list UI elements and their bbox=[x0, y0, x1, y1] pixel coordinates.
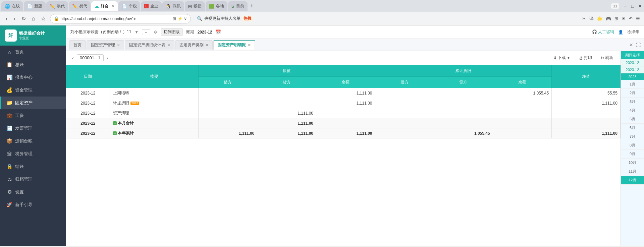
game-icon[interactable]: 🎮 bbox=[606, 16, 611, 21]
tab-close-fixed-category[interactable]: ✕ bbox=[206, 43, 208, 47]
sidebar-item-guide[interactable]: 🚀 新手引导 bbox=[0, 198, 66, 211]
cell-accum-balance: 1,055.45 bbox=[493, 88, 552, 98]
brightness-icon[interactable]: ☀ bbox=[622, 16, 626, 21]
address-bar[interactable]: 🔒 https://cloud.chanjet.com/accounting/u… bbox=[50, 14, 191, 23]
period-month-item[interactable]: 11月 bbox=[621, 167, 644, 176]
settings-small-icon[interactable]: ⚙ bbox=[154, 30, 157, 35]
period-month-item[interactable]: 5月 bbox=[621, 115, 644, 124]
reload-button[interactable]: ↻ bbox=[20, 15, 28, 22]
browser-tab-corp[interactable]: 🅲 企业 bbox=[141, 1, 162, 11]
sidebar-item-settings[interactable]: ⚙ 设置 bbox=[0, 186, 66, 198]
period-year[interactable]: 2023 bbox=[621, 73, 644, 80]
cell-orig-debit bbox=[198, 98, 257, 108]
cell-orig-credit bbox=[257, 88, 316, 98]
browser-tab-online[interactable]: 🌐 在线 bbox=[1, 1, 23, 11]
scissors-icon[interactable]: ✂ bbox=[582, 16, 586, 21]
cell-date: 2023-12 bbox=[66, 108, 110, 118]
sidebar-item-ledger[interactable]: 📋 总账 bbox=[0, 58, 66, 71]
browser-tab-haohui[interactable]: ☁ 好会 ✕ bbox=[91, 1, 118, 11]
tab-fixed-mgmt[interactable]: 固定资产管理 ✕ bbox=[87, 40, 124, 50]
browser-tab-muqian[interactable]: S 目前 bbox=[228, 1, 248, 11]
sidebar-item-salary[interactable]: 💼 工资 bbox=[0, 109, 66, 122]
cell-summary: 上期结转 bbox=[110, 88, 198, 98]
add-account-button[interactable]: + bbox=[142, 29, 150, 35]
download-button[interactable]: ⬇ 下载 ▼ bbox=[551, 54, 573, 62]
forward-button[interactable]: › bbox=[12, 15, 17, 22]
translate-icon[interactable]: 译 bbox=[589, 16, 594, 22]
period-month-item[interactable]: 9月 bbox=[621, 150, 644, 159]
cell-orig-debit: 1,111.00 bbox=[198, 128, 257, 138]
cell-date: 2023-12 bbox=[66, 98, 110, 108]
browser-tab-changjie[interactable]: M 畅捷 bbox=[185, 1, 205, 11]
prev-account-button[interactable]: ‹ bbox=[70, 55, 75, 61]
period-month-item[interactable]: 12月 bbox=[621, 176, 644, 185]
refresh-button[interactable]: ↻ 刷新 bbox=[598, 54, 616, 62]
tab-icon-online: 🌐 bbox=[5, 4, 10, 9]
tab-close-all-icon[interactable]: ✕ bbox=[629, 42, 633, 48]
hot-search-icon[interactable]: 热搜 bbox=[243, 16, 253, 21]
fund-nav-icon: 💰 bbox=[6, 87, 12, 93]
dropdown-arrow-icon[interactable]: ▼ bbox=[135, 30, 139, 35]
browser-tab-indiv[interactable]: 📄 个税 bbox=[118, 1, 140, 11]
sidebar-label-fixed: 固定资产 bbox=[15, 100, 33, 106]
sidebar-item-inventory[interactable]: 📦 进销台账 bbox=[0, 135, 66, 147]
tab-label-haohui: 好会 bbox=[101, 3, 109, 9]
sidebar-label-invoice: 发票管理 bbox=[15, 125, 33, 131]
bookmark-button[interactable]: ☆ bbox=[39, 15, 47, 22]
new-tab-button[interactable]: + bbox=[248, 3, 256, 10]
cell-orig-credit: 1,111.00 bbox=[257, 118, 316, 128]
tab-fixed-category[interactable]: 固定资产类别 ✕ bbox=[175, 40, 213, 50]
search-icon: 🔍 bbox=[197, 16, 202, 21]
sidebar-item-report[interactable]: 📊 报表中心 bbox=[0, 71, 66, 84]
dropdown-icon[interactable]: ∨ bbox=[184, 16, 187, 21]
sidebar-item-archive[interactable]: 🗂 归档管理 bbox=[0, 173, 66, 186]
lightning-icon: ⚡ bbox=[177, 16, 182, 21]
consulting-button[interactable]: 🎧 人工咨询 bbox=[592, 29, 614, 35]
wallet-icon[interactable]: 🌟 bbox=[597, 16, 602, 21]
tab-expand-icon[interactable]: ⛶ bbox=[636, 42, 641, 48]
tab-bar-actions: ✕ ⛶ bbox=[629, 42, 641, 48]
back-button[interactable]: ‹ bbox=[4, 15, 9, 22]
browser-tab-yidai1[interactable]: ✏️ 易代 bbox=[46, 1, 68, 11]
window-maximize-button[interactable]: □ bbox=[630, 3, 635, 9]
sidebar-item-closing[interactable]: 🔒 结账 bbox=[0, 160, 66, 173]
period-month-item[interactable]: 6月 bbox=[621, 124, 644, 132]
sidebar-item-home[interactable]: ⌂ 首页 bbox=[0, 46, 66, 58]
cell-orig-debit bbox=[198, 118, 257, 128]
tab-fixed-detail[interactable]: 固定资产明细账 ✕ bbox=[213, 40, 255, 50]
sidebar-item-invoice[interactable]: 🧾 发票管理 bbox=[0, 122, 66, 135]
grid-icon[interactable]: ⊞ bbox=[614, 16, 618, 21]
tab-close-depreciation-stats[interactable]: ✕ bbox=[167, 43, 170, 47]
window-close-button[interactable]: ✕ bbox=[637, 3, 643, 9]
tab-close-fixed-detail[interactable]: ✕ bbox=[248, 43, 251, 47]
menu-icon[interactable]: ☰ bbox=[636, 16, 640, 21]
sidebar-item-tax[interactable]: 🏛 税务管理 bbox=[0, 147, 66, 160]
sidebar-item-fixed[interactable]: 📁 固定资产 bbox=[0, 97, 66, 109]
period-month-item[interactable]: 7月 bbox=[621, 132, 644, 141]
undo-icon[interactable]: ↶ bbox=[629, 16, 633, 21]
print-button[interactable]: 🖨 打印 bbox=[576, 54, 595, 62]
period-month-item[interactable]: 10月 bbox=[621, 159, 644, 167]
browser-tab-yidai2[interactable]: ✏️ 易代 bbox=[69, 1, 91, 11]
browser-tab-tencent[interactable]: 🐧 腾讯 bbox=[162, 1, 184, 11]
period-selected-1[interactable]: 2023.12 bbox=[621, 59, 644, 66]
switch-version-button[interactable]: 切到旧版 bbox=[161, 28, 183, 36]
browser-tab-new[interactable]: 📄 新版 bbox=[24, 1, 46, 11]
tab-close-fixed-mgmt[interactable]: ✕ bbox=[117, 43, 120, 47]
period-month-item[interactable]: 3月 bbox=[621, 98, 644, 106]
period-month-item[interactable]: 2月 bbox=[621, 89, 644, 98]
period-edit-icon[interactable]: 📅 bbox=[216, 29, 221, 35]
browser-tab-gedi[interactable]: 🟩 各地 bbox=[206, 1, 227, 11]
home-button[interactable]: ⌂ bbox=[30, 15, 37, 22]
sidebar-item-fund[interactable]: 💰 资金管理 bbox=[0, 84, 66, 97]
tab-close-haohui[interactable]: ✕ bbox=[112, 4, 114, 8]
cell-accum-debit bbox=[375, 88, 434, 98]
period-month-item[interactable]: 8月 bbox=[621, 141, 644, 150]
tab-depreciation-stats[interactable]: 固定资产折旧统计表 ✕ bbox=[125, 40, 174, 50]
window-minimize-button[interactable]: − bbox=[623, 3, 628, 9]
tab-home[interactable]: 首页 bbox=[69, 40, 86, 50]
period-month-item[interactable]: 4月 bbox=[621, 106, 644, 115]
period-selected-2[interactable]: 2023.12 bbox=[621, 66, 644, 73]
next-account-button[interactable]: › bbox=[105, 55, 110, 61]
period-month-item[interactable]: 1月 bbox=[621, 80, 644, 89]
